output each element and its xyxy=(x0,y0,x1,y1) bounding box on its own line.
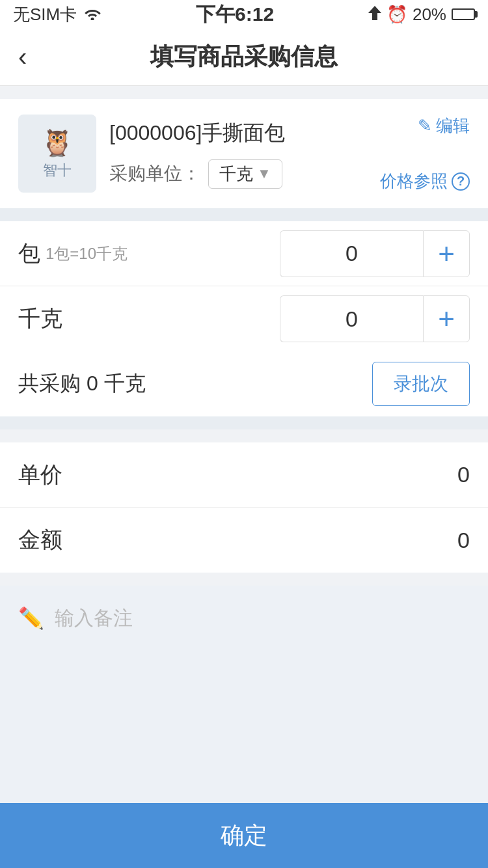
kg-input-row: 千克 + xyxy=(0,286,488,351)
unit-price-row: 单价 0 xyxy=(0,442,488,508)
note-placeholder: 输入备注 xyxy=(55,605,133,632)
dropdown-arrow-icon: ▼ xyxy=(257,165,271,182)
back-button[interactable]: ‹ xyxy=(18,42,27,72)
batch-button[interactable]: 录批次 xyxy=(372,362,470,406)
amount-value: 0 xyxy=(457,528,470,553)
nav-bar: ‹ 填写商品采购信息 xyxy=(0,29,488,86)
summary-text: 共采购 0 千克 xyxy=(18,370,146,398)
edit-icon: ✎ xyxy=(418,116,432,136)
product-image-label: 智十 xyxy=(43,161,72,180)
wifi-icon xyxy=(83,5,102,25)
summary-zero: 0 xyxy=(87,372,98,395)
note-section[interactable]: ✏️ 输入备注 xyxy=(0,586,488,651)
section-divider-2 xyxy=(0,416,488,429)
product-owl-icon: 🦉 xyxy=(41,128,74,158)
price-ref-label: 价格参照 xyxy=(380,170,448,193)
product-card: 🦉 智十 [0000006]手撕面包 采购单位： 千克 ▼ ✎ 编辑 价格参照 … xyxy=(0,99,488,208)
product-image: 🦉 智十 xyxy=(18,115,96,193)
section-divider-1 xyxy=(0,208,488,221)
battery-icon xyxy=(452,8,475,20)
summary-unit-text: 千克 xyxy=(104,372,146,395)
amount-label: 金额 xyxy=(18,525,62,555)
bao-input[interactable] xyxy=(280,230,423,277)
bao-label: 包 xyxy=(18,239,40,269)
product-name: [0000006]手撕面包 xyxy=(109,119,470,148)
unit-badge[interactable]: 千克 ▼ xyxy=(208,159,282,189)
status-left: 无SIM卡 xyxy=(13,3,102,26)
bao-input-row: 包 1包=10千克 + xyxy=(0,221,488,286)
bao-sub-label: 1包=10千克 xyxy=(46,243,128,264)
status-time: 下午6:12 xyxy=(196,1,274,28)
unit-price-value: 0 xyxy=(457,462,470,487)
status-right: ⏰ 20% xyxy=(368,5,475,25)
location-icon xyxy=(368,5,381,25)
unit-label: 采购单位： xyxy=(109,161,200,186)
edit-label: 编辑 xyxy=(436,115,470,137)
price-ref-button[interactable]: 价格参照 ? xyxy=(380,170,470,193)
sim-signal: 无SIM卡 xyxy=(13,3,77,26)
kg-input-wrap: + xyxy=(280,295,470,342)
input-section: 包 1包=10千克 + 千克 + xyxy=(0,221,488,351)
kg-label: 千克 xyxy=(18,304,62,334)
unit-value: 千克 xyxy=(219,163,253,185)
price-section: 单价 0 金额 0 xyxy=(0,442,488,573)
status-bar: 无SIM卡 下午6:12 ⏰ 20% xyxy=(0,0,488,29)
confirm-button[interactable]: 确定 xyxy=(0,803,488,868)
kg-plus-button[interactable]: + xyxy=(423,295,470,342)
kg-input[interactable] xyxy=(280,295,423,342)
edit-button[interactable]: ✎ 编辑 xyxy=(418,115,470,137)
pencil-icon: ✏️ xyxy=(18,606,44,631)
bao-plus-button[interactable]: + xyxy=(423,230,470,277)
bao-input-wrap: + xyxy=(280,230,470,277)
page-title: 填写商品采购信息 xyxy=(150,41,338,73)
unit-price-label: 单价 xyxy=(18,460,62,490)
summary-prefix: 共采购 xyxy=(18,372,81,395)
amount-row: 金额 0 xyxy=(0,508,488,573)
summary-row: 共采购 0 千克 录批次 xyxy=(0,351,488,416)
help-icon: ? xyxy=(452,172,470,191)
battery-percent: 20% xyxy=(413,5,446,25)
alarm-icon: ⏰ xyxy=(386,5,407,25)
